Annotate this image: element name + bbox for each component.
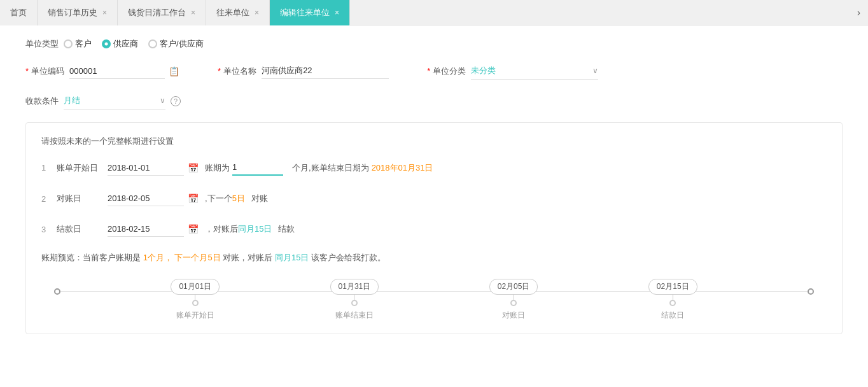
preview-part4: 同月15日 bbox=[275, 253, 309, 262]
timeline-tick-2 bbox=[354, 295, 354, 300]
unit-type-label: 单位类型 bbox=[25, 38, 59, 50]
timeline-dot-3 bbox=[510, 300, 517, 306]
unit-category-value: 未分类 bbox=[471, 65, 592, 76]
step-content-3: 📅 ，对账后 同月15日 结款 bbox=[108, 222, 827, 237]
tab-edit-partner[interactable]: 编辑往来单位 × bbox=[270, 0, 350, 25]
payment-terms-label: 收款条件 bbox=[25, 95, 59, 107]
timeline-dot-end bbox=[808, 288, 814, 295]
payment-terms-value: 月结 bbox=[64, 95, 160, 106]
step-field-suffix: 个月,账单结束日期为 bbox=[292, 162, 369, 174]
timeline-badge-2: 01月31日 bbox=[330, 279, 379, 295]
timeline-item-1: 01月01日 账单开始日 bbox=[171, 279, 220, 321]
timeline-tick-3 bbox=[514, 295, 514, 300]
timeline-dot-4 bbox=[669, 300, 676, 306]
timeline-item-4: 02月15日 结款日 bbox=[648, 279, 697, 321]
radio-customer[interactable]: 客户 bbox=[64, 38, 92, 50]
calendar-icon-2[interactable]: 📅 bbox=[188, 194, 199, 204]
timeline-item-3: 02月05日 对账日 bbox=[489, 279, 538, 321]
required-star-cat: * bbox=[427, 66, 430, 76]
unit-name-input[interactable] bbox=[262, 64, 389, 79]
end-date-highlight: 2018年01月31日 bbox=[372, 162, 433, 174]
timeline-badge-1: 01月01日 bbox=[171, 279, 220, 295]
step-label-2: 对账日 bbox=[57, 193, 108, 204]
payment-terms-row: 收款条件 月结 ∨ ? bbox=[25, 92, 843, 109]
preview-part2: 下一个月5日 bbox=[174, 253, 220, 262]
tab-home[interactable]: 首页 bbox=[0, 0, 38, 25]
preview-part3: 对账，对账后 bbox=[223, 253, 272, 262]
tab-partner[interactable]: 往来单位 × bbox=[206, 0, 270, 25]
step-num-3: 3 bbox=[41, 225, 57, 234]
radio-label-both: 客户/供应商 bbox=[160, 38, 204, 50]
chevron-down-icon: ∨ bbox=[592, 66, 598, 75]
unit-category-label: 单位分类 bbox=[433, 66, 466, 77]
timeline-container: 01月01日 账单开始日 01月31日 账单结束日 02月05日 对账日 bbox=[41, 279, 827, 321]
copy-icon[interactable]: 📋 bbox=[169, 66, 179, 76]
unit-code-input[interactable] bbox=[69, 64, 165, 79]
help-icon[interactable]: ? bbox=[171, 96, 181, 106]
timeline-item-2: 01月31日 账单结束日 bbox=[330, 279, 379, 321]
close-icon[interactable]: × bbox=[191, 8, 195, 17]
step-row-1: 1 账单开始日 📅 账期为 个月,账单结束日期为 2018年01月31日 bbox=[41, 160, 827, 176]
timeline-badge-3: 02月05日 bbox=[489, 279, 538, 295]
radio-both[interactable]: 客户/供应商 bbox=[148, 38, 204, 50]
close-icon[interactable]: × bbox=[102, 8, 107, 17]
step-row-3: 3 结款日 📅 ，对账后 同月15日 结款 bbox=[41, 222, 827, 237]
timeline-badge-4: 02月15日 bbox=[648, 279, 697, 295]
radio-circle-both bbox=[148, 39, 157, 48]
unit-info-row: * 单位编码 📋 * 单位名称 * 单位分类 未分类 ∨ bbox=[25, 62, 843, 80]
step-num-1: 1 bbox=[41, 163, 57, 172]
preview-part5: 该客户会给我打款。 bbox=[311, 253, 386, 262]
unit-type-radio-group: 客户 供应商 客户/供应商 bbox=[64, 38, 204, 50]
unit-category-dropdown[interactable]: 未分类 ∨ bbox=[471, 62, 598, 80]
calendar-icon-3[interactable]: 📅 bbox=[188, 224, 199, 234]
close-icon[interactable]: × bbox=[335, 8, 339, 17]
radio-supplier[interactable]: 供应商 bbox=[102, 38, 138, 50]
payment-date-input[interactable] bbox=[108, 222, 184, 237]
calendar-icon-1[interactable]: 📅 bbox=[188, 163, 199, 173]
step-content-1: 📅 账期为 个月,账单结束日期为 2018年01月31日 bbox=[108, 160, 827, 176]
radio-circle-supplier bbox=[102, 39, 111, 48]
timeline-dot-2 bbox=[351, 300, 358, 306]
settings-section: 请按照未来的一个完整帐期进行设置 1 账单开始日 📅 账期为 个月,账单结束日期… bbox=[25, 122, 843, 334]
tab-sales-history[interactable]: 销售订单历史 × bbox=[38, 0, 118, 25]
unit-name-group: * 单位名称 bbox=[218, 64, 389, 79]
chevron-down-icon-terms: ∨ bbox=[160, 96, 165, 105]
close-icon[interactable]: × bbox=[255, 8, 259, 17]
timeline-items: 01月01日 账单开始日 01月31日 账单结束日 02月05日 对账日 bbox=[54, 279, 814, 321]
timeline-label-4: 结款日 bbox=[661, 310, 684, 321]
timeline-start-dot bbox=[54, 279, 60, 295]
timeline-label-2: 账单结束日 bbox=[335, 310, 374, 321]
tab-cash-work[interactable]: 钱货日清工作台 × bbox=[118, 0, 206, 25]
step-label-3: 结款日 bbox=[57, 223, 108, 235]
timeline-label-1: 账单开始日 bbox=[176, 310, 214, 321]
period-months-input[interactable] bbox=[232, 160, 283, 176]
unit-type-row: 单位类型 客户 供应商 客户/供应商 bbox=[25, 38, 843, 50]
timeline-dot-start bbox=[54, 288, 60, 295]
step-row-2: 2 对账日 📅 ,下一个 5日 对账 bbox=[41, 191, 827, 206]
step-desc-3-prefix: ，对账后 bbox=[205, 223, 238, 235]
step-num-2: 2 bbox=[41, 194, 57, 204]
required-star-code: * bbox=[25, 66, 29, 76]
unit-category-group: * 单位分类 未分类 ∨ bbox=[427, 62, 598, 80]
step-content-2: 📅 ,下一个 5日 对账 bbox=[108, 191, 827, 206]
step-desc-2-prefix: ,下一个 bbox=[205, 193, 232, 204]
tab-more-button[interactable]: › bbox=[850, 7, 868, 18]
timeline-label-3: 对账日 bbox=[502, 310, 525, 321]
start-date-input[interactable] bbox=[108, 160, 184, 176]
step-desc-2-suffix: 对账 bbox=[251, 193, 268, 204]
step-field-label: 账期为 bbox=[205, 162, 230, 174]
payment-terms-dropdown[interactable]: 月结 ∨ bbox=[64, 92, 165, 109]
timeline-end-dot bbox=[808, 279, 814, 295]
main-content: 单位类型 客户 供应商 客户/供应商 * 单位编码 📋 * 单位名称 bbox=[0, 25, 868, 387]
radio-label-customer: 客户 bbox=[75, 38, 92, 50]
tab-bar: 首页 销售订单历史 × 钱货日清工作台 × 往来单位 × 编辑往来单位 × › bbox=[0, 0, 868, 25]
unit-code-label: 单位编码 bbox=[31, 66, 64, 77]
timeline-tick-4 bbox=[673, 295, 673, 300]
unit-name-label: 单位名称 bbox=[223, 66, 256, 77]
radio-circle-customer bbox=[64, 39, 73, 48]
preview-label: 账期预览：当前客户账期是 bbox=[41, 253, 141, 262]
reconcile-date-input[interactable] bbox=[108, 191, 184, 206]
timeline-dot-1 bbox=[192, 300, 199, 306]
step-label-1: 账单开始日 bbox=[57, 162, 108, 174]
section-title: 请按照未来的一个完整帐期进行设置 bbox=[41, 136, 827, 147]
